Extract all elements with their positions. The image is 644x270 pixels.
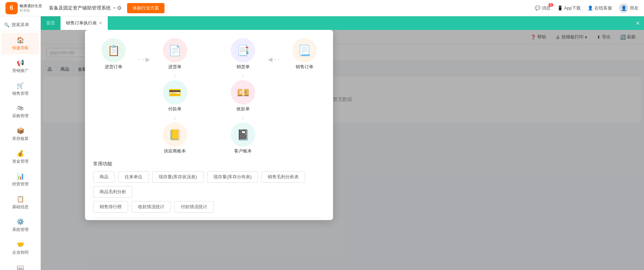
sidebar-item-inventory[interactable]: 📦 库存核算 xyxy=(1,124,39,145)
customer-ledger-icon: 📓 xyxy=(231,122,255,123)
down-arrow-sales: ↓ xyxy=(223,73,264,79)
receipt-label: 收款单 xyxy=(237,106,250,112)
message-badge: 6 xyxy=(549,3,553,7)
sidebar-item-quick-nav[interactable]: 🏠 快捷导航 xyxy=(1,33,39,54)
search-menu[interactable]: 🔍 搜索菜单 xyxy=(0,19,40,31)
header-right: 💬 消息 6 📱 App下载 👤 在线客服 👤 用友 xyxy=(535,3,639,13)
settings-icon[interactable]: ⚙ xyxy=(117,5,122,11)
main-layout: 🔍 搜索菜单 🏠 快捷导航 📢 营销推广 🛒 销售管理 🛍 采购管理 📦 库存核… xyxy=(0,16,644,270)
marketing-icon: 📢 xyxy=(17,59,24,67)
tab-sales-order[interactable]: 销售订单执行表 ✕ xyxy=(60,16,108,30)
tab-bar: 首页 销售订单执行表 ✕ ✕ xyxy=(41,16,644,30)
tab-home[interactable]: 首页 xyxy=(41,16,60,30)
purchase-bill-label: 进货单 xyxy=(168,64,181,70)
arrow-purchase: - - ▶ xyxy=(134,63,155,70)
message-icon: 💬 xyxy=(535,5,540,11)
sidebar-item-finance[interactable]: 💰 资金管理 xyxy=(1,146,39,168)
message-btn[interactable]: 💬 消息 6 xyxy=(535,5,551,11)
sidebar-item-sales[interactable]: 🛒 销售管理 xyxy=(1,78,39,100)
sidebar-item-basic[interactable]: 📋 基础信息 xyxy=(1,192,39,213)
purchase-order-label: 进货订单 xyxy=(105,64,122,70)
sidebar-item-system[interactable]: ⚙️ 系统管理 xyxy=(1,215,39,236)
purchase-icon: 🛍 xyxy=(17,105,23,112)
tab-close-icon[interactable]: ✕ xyxy=(99,21,102,25)
sidebar-item-newbie[interactable]: 📖 新手引导 xyxy=(1,260,39,270)
sidebar: 🔍 搜索菜单 🏠 快捷导航 📢 营销推广 🛒 销售管理 🛍 采购管理 📦 库存核… xyxy=(0,16,41,270)
avatar: 👤 xyxy=(619,3,628,13)
flow-receipt[interactable]: 💴 收款单 xyxy=(223,80,264,112)
download-icon: 📱 xyxy=(557,5,563,11)
tab-bar-close-icon[interactable]: ✕ xyxy=(636,20,640,26)
app-title: 装备及固定资产辅助管理系统 ▾ xyxy=(49,5,116,11)
logo-area: 6 畅康通好生意 标准版 xyxy=(5,2,46,14)
sidebar-item-corp[interactable]: 🤝 企业协同 xyxy=(1,237,39,259)
payment-icon: 💳 xyxy=(163,80,187,105)
sidebar-item-operations[interactable]: 📊 经营管理 xyxy=(1,169,39,191)
inventory-icon: 📦 xyxy=(17,127,24,134)
user-btn[interactable]: 👤 用友 xyxy=(619,3,639,13)
finance-icon: 💰 xyxy=(17,150,24,157)
operations-icon: 📊 xyxy=(17,173,24,180)
arrow-sales: ◀ - - xyxy=(264,63,284,70)
supplier-ledger-icon: 📒 xyxy=(163,122,187,123)
app-download-btn[interactable]: 📱 App下载 xyxy=(557,5,581,11)
sales-bill-label: 销货单 xyxy=(237,64,250,70)
modal: 📋 进货订单 - - ▶ 📄 进货单 xyxy=(85,63,333,123)
overlay: 📋 进货订单 - - ▶ 📄 进货单 xyxy=(43,63,641,123)
flow-purchase-bill[interactable]: 📄 进货单 xyxy=(155,63,196,70)
search-icon: 🔍 xyxy=(4,22,10,28)
newbie-icon: 📖 xyxy=(17,264,24,270)
payment-label: 付款单 xyxy=(168,106,181,112)
flow-supplier-ledger[interactable]: 📒 供应商账本 xyxy=(155,122,196,123)
top-header: 6 畅康通好生意 标准版 装备及固定资产辅助管理系统 ▾ ⚙ 体验行业方案 💬 … xyxy=(0,0,644,16)
home-icon: 🏠 xyxy=(17,36,24,44)
service-icon: 👤 xyxy=(588,5,593,11)
sidebar-item-purchase[interactable]: 🛍 采购管理 xyxy=(1,101,39,122)
app-title-dropdown[interactable]: ▾ xyxy=(114,6,116,10)
basic-icon: 📋 xyxy=(17,195,24,203)
content-area: 首页 销售订单执行表 ✕ ✕ ❓ 帮助 🖨 按模板打印 ▾ xyxy=(41,16,644,270)
sidebar-item-marketing[interactable]: 📢 营销推广 xyxy=(1,56,39,77)
sales-order-label: 销售订单 xyxy=(296,64,313,70)
flow-sales-bill[interactable]: 📑 销货单 xyxy=(223,63,264,70)
flow-payment[interactable]: 💳 付款单 xyxy=(155,80,196,112)
flow-sales-order[interactable]: 📃 销售订单 xyxy=(284,63,325,70)
down-arrow-payment: ↓ xyxy=(155,115,196,121)
logo-text: 畅康通好生意 标准版 xyxy=(20,3,42,13)
trial-button[interactable]: 体验行业方案 xyxy=(127,3,164,13)
sales-icon: 🛒 xyxy=(17,82,24,89)
page-content: ❓ 帮助 🖨 按模板打印 ▾ ⬆ 导出 🔄 刷新 xyxy=(41,30,644,270)
flow-purchase-order[interactable]: 📋 进货订单 xyxy=(93,63,134,70)
flow-customer-ledger[interactable]: 📓 客户账本 xyxy=(223,122,264,123)
down-arrow-receipt: ↓ xyxy=(223,115,264,121)
logo-icon: 6 xyxy=(5,2,18,14)
table-area: 品 商品 金额 预估毛利 预估毛利率 订金 累计收款金额 收款比例 还差多少天 xyxy=(43,63,641,123)
online-service-btn[interactable]: 👤 在线客服 xyxy=(588,5,612,11)
system-icon: ⚙️ xyxy=(17,218,24,226)
down-arrow-purchase: ↓ xyxy=(155,73,196,79)
corp-icon: 🤝 xyxy=(17,241,24,248)
flow-diagram: 📋 进货订单 - - ▶ 📄 进货单 xyxy=(93,63,325,123)
receipt-icon: 💴 xyxy=(231,80,255,105)
